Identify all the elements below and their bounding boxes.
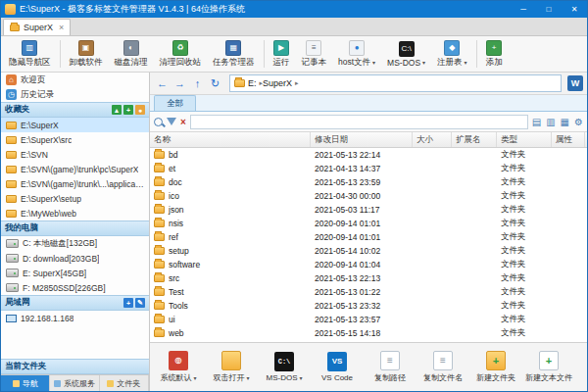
add-button[interactable]: + 添加▾ (480, 37, 509, 71)
dropdown-arrow-icon[interactable]: ▾ (299, 374, 302, 381)
maximize-button[interactable]: □ (536, 1, 562, 18)
lan-host-item[interactable]: 192.168.1.168 (1, 311, 149, 325)
registry-button[interactable]: ◆ 注册表▾ (431, 37, 473, 71)
file-row[interactable]: src 2021-05-13 22:13 文件夹 (150, 271, 587, 285)
file-row[interactable]: Test 2021-05-13 01:22 文件夹 (150, 285, 587, 299)
tab-close-icon[interactable]: × (59, 23, 64, 32)
breadcrumb-segment[interactable]: SuperX (263, 78, 292, 88)
vscode-button[interactable]: VS VS Code▾ (311, 345, 364, 390)
file-row[interactable]: Tools 2021-05-13 23:32 文件夹 (150, 299, 587, 313)
column-header[interactable]: 大小 (413, 132, 452, 147)
back-button[interactable]: ← (154, 75, 171, 92)
file-row[interactable]: doc 2021-05-13 23:59 文件夹 (150, 175, 587, 189)
favorite-item[interactable]: E:\SVN (1, 147, 149, 162)
forward-button[interactable]: → (172, 75, 188, 92)
column-header[interactable]: 类型 (497, 132, 552, 147)
dropdown-arrow-icon[interactable]: ▾ (193, 374, 196, 381)
msdos-button[interactable]: C:\ MS-DOS▾ (381, 37, 431, 71)
breadcrumb[interactable]: E: ▸ SuperX ▸ (229, 74, 562, 92)
file-row[interactable]: ref 2020-09-14 01:01 文件夹 (150, 230, 587, 244)
search-icon[interactable] (154, 118, 163, 126)
filter-input[interactable] (190, 115, 528, 129)
minimize-button[interactable]: ─ (511, 1, 536, 18)
uninstall-button[interactable]: ▣ 卸载软件▾ (64, 37, 109, 71)
view-large-icon[interactable]: ▤ (532, 117, 541, 127)
close-button[interactable]: ✕ (562, 1, 587, 18)
file-row[interactable]: web 2021-05-15 14:18 文件夹 (150, 326, 587, 340)
task-manager-button[interactable]: ▦ 任务管理器▾ (207, 37, 261, 71)
column-header[interactable]: 属性 (552, 132, 585, 147)
view-detail-icon[interactable]: ▦ (561, 117, 569, 127)
filter-funnel-icon[interactable] (167, 118, 176, 125)
clear-filter-icon[interactable]: × (180, 117, 186, 127)
file-size (413, 244, 452, 258)
column-header[interactable]: 扩展名 (452, 132, 497, 147)
file-row[interactable]: ui 2021-05-13 23:57 文件夹 (150, 313, 587, 326)
sidebar-tab-services[interactable]: 系统服务 (50, 375, 99, 391)
settings-gear-icon[interactable]: ⚙ (574, 117, 583, 127)
folder-icon (154, 233, 165, 241)
dropdown-arrow-icon[interactable]: ▾ (246, 374, 249, 381)
drive-item[interactable]: C: 本地磁盘[132GB] (1, 236, 149, 251)
file-row[interactable]: software 2020-09-14 01:04 文件夹 (150, 258, 587, 271)
edit-host-icon[interactable]: ✎ (135, 298, 145, 308)
msdos-action-button[interactable]: C:\ MS-DOS▾ (258, 345, 311, 390)
tab-superx[interactable]: SuperX × (3, 19, 71, 35)
favorite-item[interactable]: E:\SVN\(game)\trunk\pc\SuperX (1, 162, 149, 176)
favorite-item[interactable]: E:\SVN\(game)\trunk\...\application (1, 176, 149, 191)
drive-item[interactable]: E: SuperX[45GB] (1, 266, 149, 280)
file-row[interactable]: bd 2021-05-13 22:14 文件夹 (150, 148, 587, 162)
drive-item[interactable]: F: M2850SSD[226GB] (1, 280, 149, 295)
hosts-file-button[interactable]: ● host文件▾ (332, 37, 381, 71)
move-up-icon[interactable]: ▲ (112, 105, 122, 115)
file-size (413, 217, 452, 230)
current-folder-header[interactable]: 当前文件夹 (1, 359, 149, 374)
add-host-icon[interactable]: + (123, 298, 133, 308)
copy-filename-button[interactable]: ≡ 复制文件名▾ (416, 345, 469, 390)
favorite-item[interactable]: E:\SuperX\src (1, 132, 149, 147)
pin-icon[interactable]: ● (135, 105, 145, 115)
recycle-clean-button[interactable]: ♻ 清理回收站▾ (154, 37, 208, 71)
view-list-icon[interactable]: ▥ (546, 117, 555, 127)
sidebar-item-history[interactable]: ◷ 历史记录 (1, 87, 149, 102)
notepad-button[interactable]: ≡ 记事本▾ (296, 37, 333, 71)
favorite-item[interactable]: E:\MyWeb\web (1, 206, 149, 220)
file-type: 文件夹 (497, 258, 552, 271)
dropdown-arrow-icon[interactable]: ▾ (372, 59, 375, 66)
file-row[interactable]: et 2021-04-13 14:37 文件夹 (150, 162, 587, 175)
copy-path-button[interactable]: ≡ 复制路径▾ (364, 345, 416, 390)
file-row[interactable]: json 2021-05-03 11:17 文件夹 (150, 203, 587, 217)
column-header[interactable]: 名称 (150, 132, 311, 147)
file-row[interactable]: nsis 2020-09-14 01:01 文件夹 (150, 217, 587, 230)
drive-item[interactable]: D: download[203GB] (1, 251, 149, 266)
system-default-button[interactable]: ◎ 系统默认▾ (152, 345, 205, 390)
sidebar-item-welcome[interactable]: ⌂ 欢迎页 (1, 73, 149, 87)
up-button[interactable]: ↑ (189, 75, 206, 92)
lan-header[interactable]: 局域网 +✎ (1, 295, 149, 311)
add-favorite-icon[interactable]: + (123, 105, 133, 115)
dropdown-arrow-icon[interactable]: ▾ (422, 59, 425, 66)
file-row[interactable]: setup 2021-05-14 10:02 文件夹 (150, 244, 587, 258)
w-tool-icon[interactable]: W (567, 75, 583, 91)
hide-nav-button[interactable]: ▥ 隐藏导航区▾ (3, 37, 57, 71)
double-click-open-button[interactable]: 双击打开▾ (205, 345, 258, 390)
run-button[interactable]: ▶ 运行▾ (268, 37, 296, 71)
tab-all[interactable]: 全部 (154, 95, 196, 111)
folder-icon (154, 316, 165, 323)
favorites-header[interactable]: 收藏夹 ▲+● (1, 102, 149, 118)
sidebar-tab-folders[interactable]: 文件夹 (100, 375, 149, 391)
new-folder-button[interactable]: + 新建文件夹▾ (469, 345, 522, 390)
new-text-file-button[interactable]: + 新建文本文件▾ (522, 345, 575, 390)
favorite-item[interactable]: E:\SuperX\setup (1, 191, 149, 206)
file-row[interactable]: ico 2021-04-30 00:00 文件夹 (150, 189, 587, 203)
breadcrumb-segment[interactable]: E: (248, 78, 257, 88)
disk-cleanup-button[interactable]: ◐ 磁盘清理▾ (109, 37, 154, 71)
file-attr (552, 285, 585, 299)
sidebar-tab-nav[interactable]: 导航 (1, 375, 50, 391)
file-name: Tools (169, 301, 188, 311)
refresh-button[interactable]: ↻ (207, 75, 223, 92)
dropdown-arrow-icon[interactable]: ▾ (465, 59, 467, 66)
column-header[interactable]: 修改日期 (311, 132, 413, 147)
favorite-item[interactable]: E:\SuperX (1, 118, 149, 132)
computer-header[interactable]: 我的电脑 (1, 220, 149, 236)
